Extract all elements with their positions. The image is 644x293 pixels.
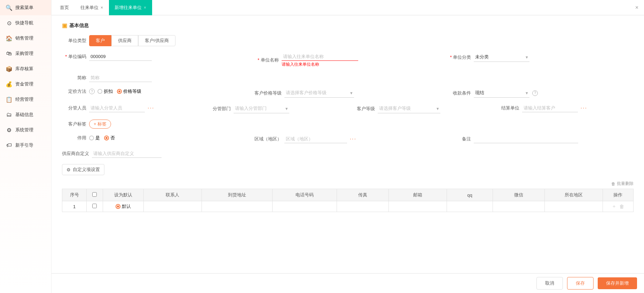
default-radio[interactable]: 默认 bbox=[105, 203, 141, 210]
save-new-button[interactable]: 保存并新增 bbox=[598, 277, 637, 289]
department-label: 分管部门 bbox=[206, 106, 231, 112]
cell-phone[interactable] bbox=[272, 201, 337, 212]
sidebar-item-inventory[interactable]: 📦 库存核算 bbox=[0, 61, 51, 76]
row-add-btn[interactable]: ＋ bbox=[612, 203, 616, 210]
cell-check bbox=[87, 201, 103, 212]
address-input[interactable] bbox=[220, 204, 254, 209]
col-address: 到货地址 bbox=[202, 189, 272, 201]
add-tag-button[interactable]: + 标签 bbox=[89, 120, 111, 129]
sidebar-item-guide[interactable]: 🏷 新手引导 bbox=[0, 138, 51, 153]
abbr-input[interactable] bbox=[89, 74, 152, 82]
default-radio-dot bbox=[117, 205, 119, 207]
cell-fax[interactable] bbox=[337, 201, 389, 212]
phone-input[interactable] bbox=[289, 204, 320, 209]
customer-price-dropdown[interactable]: 请选择客户价格等级 ▾ bbox=[284, 88, 354, 98]
remark-input[interactable] bbox=[474, 135, 578, 143]
abbr-group: 简称 bbox=[62, 74, 634, 82]
bottom-bar: 取消 保存 保存并新增 bbox=[52, 273, 644, 293]
contact-input[interactable] bbox=[159, 204, 187, 209]
sidebar-item-quicknav[interactable]: ⊙ 快捷导航 bbox=[0, 15, 51, 31]
section-title: ▣ 基本信息 bbox=[62, 22, 634, 29]
manager-more-btn[interactable]: ··· bbox=[148, 105, 154, 111]
disabled-label: 停用 bbox=[62, 135, 86, 141]
manager-input[interactable] bbox=[89, 104, 145, 112]
customer-level-placeholder: 请选择客户等级 bbox=[379, 105, 437, 112]
pricing-radio-discount[interactable]: 折扣 bbox=[97, 88, 113, 95]
settlement-more-btn[interactable]: ··· bbox=[581, 105, 587, 111]
unit-category-label: 单位分类 bbox=[447, 54, 471, 60]
window-close-button[interactable]: × bbox=[633, 5, 641, 11]
cell-qq[interactable] bbox=[447, 201, 493, 212]
search-icon: 🔍 bbox=[6, 4, 13, 11]
tab-contacts[interactable]: 往来单位 × bbox=[75, 0, 109, 15]
disabled-radio-group: 是 否 bbox=[89, 135, 115, 141]
cell-region[interactable] bbox=[544, 201, 603, 212]
manager-group: 分管人员 ··· bbox=[62, 104, 201, 112]
cell-wechat[interactable] bbox=[493, 201, 544, 212]
type-btn-supplier[interactable]: 供应商 bbox=[111, 35, 138, 46]
tab-contacts-close[interactable]: × bbox=[101, 5, 103, 10]
payment-terms-dropdown[interactable]: 现结 ▾ bbox=[474, 88, 529, 98]
pricing-group: 定价方法 ? 折扣 价格等级 bbox=[62, 88, 249, 95]
customer-level-label: 客户等级 bbox=[351, 106, 375, 112]
sidebar-item-sales[interactable]: 🏠 销售管理 bbox=[0, 31, 51, 46]
unit-category-dropdown[interactable]: 未分类 ▾ bbox=[474, 52, 529, 62]
qq-input[interactable] bbox=[459, 204, 480, 209]
manager-row: 分管人员 ··· 分管部门 请输入分管部门 ▾ 客户等级 请选择客户等级 ▾ bbox=[62, 104, 634, 113]
wechat-input[interactable] bbox=[506, 204, 531, 209]
unit-name-label: 单位名称 bbox=[254, 57, 279, 63]
pricing-radio-level[interactable]: 价格等级 bbox=[117, 88, 141, 95]
select-all-checkbox[interactable] bbox=[92, 192, 97, 197]
cell-email[interactable] bbox=[389, 201, 447, 212]
region-more-btn[interactable]: ··· bbox=[350, 136, 356, 142]
settlement-label: 结算单位 bbox=[495, 105, 519, 111]
sidebar-item-basic[interactable]: 🗂 基础信息 bbox=[0, 107, 51, 122]
region-cell-input[interactable] bbox=[560, 204, 588, 209]
type-btn-both[interactable]: 客户/供应商 bbox=[138, 35, 175, 46]
col-action: 操作 bbox=[603, 189, 633, 201]
sidebar-item-system[interactable]: ⚙ 系统管理 bbox=[0, 122, 51, 138]
supplier-custom-label: 供应商自定义 bbox=[62, 150, 89, 157]
tag-label: 客户标签 bbox=[62, 121, 86, 127]
type-btn-customer[interactable]: 客户 bbox=[89, 35, 111, 46]
email-input[interactable] bbox=[404, 204, 432, 209]
contacts-table-section: 🗑 批量删除 序号 设为默认 联系人 到货地址 电话号码 传真 bbox=[62, 181, 634, 212]
tab-new-contact-close[interactable]: × bbox=[144, 5, 146, 10]
row-checkbox[interactable] bbox=[92, 204, 97, 208]
disabled-radio-yes[interactable]: 是 bbox=[89, 135, 100, 141]
col-contact: 联系人 bbox=[143, 189, 202, 201]
fax-input[interactable] bbox=[351, 204, 375, 209]
supplier-custom-input[interactable] bbox=[92, 149, 162, 158]
save-button[interactable]: 保存 bbox=[567, 277, 594, 290]
unit-code-input[interactable] bbox=[89, 52, 152, 61]
pricing-help-icon[interactable]: ? bbox=[89, 89, 95, 94]
sidebar-item-search[interactable]: 🔍 搜索菜单 bbox=[0, 0, 51, 15]
sidebar-item-purchase[interactable]: 🛍 采购管理 bbox=[0, 46, 51, 61]
tab-home[interactable]: 首页 bbox=[54, 0, 75, 15]
customer-level-dropdown[interactable]: 请选择客户等级 ▾ bbox=[378, 104, 440, 113]
payment-terms-group: 收款条件 现结 ▾ ? bbox=[447, 88, 634, 98]
table-toolbar: 🗑 批量删除 bbox=[62, 181, 634, 187]
sidebar-item-label: 库存核算 bbox=[15, 66, 33, 72]
tab-new-contact[interactable]: 新增往来单位 × bbox=[109, 0, 152, 15]
cell-address[interactable] bbox=[202, 201, 272, 212]
region-input[interactable] bbox=[284, 135, 347, 143]
disabled-radio-no[interactable]: 否 bbox=[104, 135, 115, 141]
cell-contact[interactable] bbox=[143, 201, 202, 212]
unit-code-label: 单位编码 bbox=[62, 54, 86, 60]
custom-settings-label: 自定义项设置 bbox=[73, 166, 100, 173]
custom-settings-button[interactable]: ⚙ 自定义项设置 bbox=[62, 164, 104, 175]
department-dropdown[interactable]: 请输入分管部门 ▾ bbox=[234, 104, 289, 113]
batch-delete-button[interactable]: 🗑 批量删除 bbox=[611, 181, 634, 187]
cancel-button[interactable]: 取消 bbox=[536, 277, 563, 290]
settlement-input[interactable] bbox=[522, 104, 578, 112]
unit-type-group: 单位类型 客户 供应商 客户/供应商 bbox=[62, 35, 175, 46]
sidebar-item-operations[interactable]: 📋 经营管理 bbox=[0, 92, 51, 107]
payment-terms-help-icon[interactable]: ? bbox=[532, 90, 538, 96]
row-delete-btn[interactable]: 🗑 bbox=[619, 204, 624, 209]
sales-icon: 🏠 bbox=[6, 35, 13, 42]
department-group: 分管部门 请输入分管部门 ▾ bbox=[206, 104, 345, 113]
unit-name-input[interactable] bbox=[282, 52, 358, 61]
sidebar-item-finance[interactable]: 💰 资金管理 bbox=[0, 76, 51, 92]
col-default: 设为默认 bbox=[103, 189, 143, 201]
